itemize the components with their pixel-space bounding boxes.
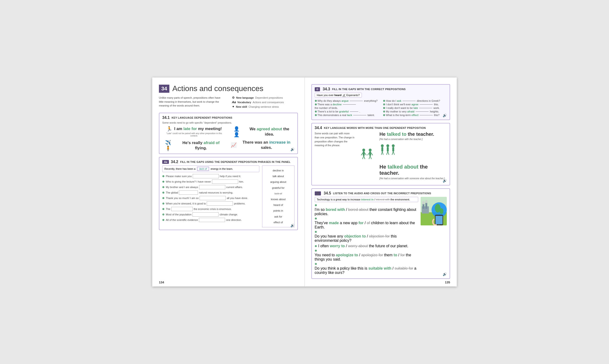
- svg-line-10: [369, 156, 370, 159]
- speaker-icon-341[interactable]: 🔊: [291, 147, 294, 151]
- svg-line-22: [392, 151, 393, 155]
- fill-sentence-2: ❷ Who is giving the lecture? I have neve…: [162, 180, 259, 184]
- gap-input-3[interactable]: [199, 185, 225, 189]
- audio-sentence-4: ❹ I often worry to / worry about the fut…: [315, 244, 418, 248]
- fill-left: Recently, there has been a lack of energ…: [162, 166, 259, 227]
- intro-row: Unlike many parts of speech, preposition…: [159, 96, 298, 109]
- speaker-icon-343[interactable]: 🔊: [443, 113, 447, 117]
- audio-header-sentence: Technology is a great way to increase in…: [315, 197, 418, 202]
- svg-point-33: [440, 208, 443, 214]
- svg-rect-1: [363, 151, 365, 156]
- speaker-icon-345[interactable]: 🔊: [443, 272, 447, 276]
- section-341: 34.1 KEY LANGUAGE DEPENDENT PREPOSITIONS…: [159, 113, 298, 154]
- audio-sentence-1: ❶ I'm so bored with / bored about their …: [315, 204, 418, 216]
- fill-sentence-4: ❹ The global natural resources is worryi…: [162, 190, 259, 195]
- svg-line-15: [382, 151, 383, 155]
- fill-sentence-7: ❼ The the economic crisis is enormous.: [162, 207, 259, 211]
- svg-line-23: [393, 151, 394, 155]
- fill-right-panel: decline in talk about arguing about grat…: [262, 166, 294, 227]
- svg-rect-27: [423, 204, 424, 209]
- speaker-icon-342[interactable]: 🔊: [291, 223, 294, 227]
- gap-input-7[interactable]: [171, 207, 193, 211]
- section-343: ⚙ 34.3 FILL IN THE GAPS WITH THE CORRECT…: [311, 84, 450, 120]
- section-345-header: 🎧 34.5 LISTEN TO THE AUDIO AND CROSS OUT…: [315, 191, 447, 195]
- aa-icon: Aa: [232, 100, 236, 104]
- gap-input-8[interactable]: [192, 212, 219, 217]
- svg-point-36: [438, 224, 439, 225]
- svg-rect-7: [369, 151, 371, 156]
- page-number-left: 134: [159, 281, 164, 284]
- example-3: ✈️🧍 He's really afraid of flying.: [162, 140, 226, 151]
- svg-rect-17: [387, 147, 389, 151]
- gap-input-9[interactable]: [199, 218, 225, 222]
- section-344: 34.4 KEY LANGUAGE WORDS WITH MORE THAN O…: [311, 123, 450, 185]
- svg-rect-21: [392, 147, 394, 151]
- svg-point-16: [386, 144, 389, 147]
- svg-rect-13: [381, 147, 383, 151]
- gap-input-5[interactable]: [199, 196, 226, 200]
- chapter-header: 34 Actions and consequences: [159, 84, 298, 93]
- section-342-header: Aa 34.2 FILL IN THE GAPS USING THE DEPEN…: [162, 160, 294, 164]
- svg-line-5: [364, 156, 365, 159]
- page-number-right: 135: [445, 281, 450, 284]
- chapter-number: 34: [159, 85, 169, 93]
- intro-labels: ⚙ New language Dependent prepositions Aa…: [232, 96, 298, 109]
- key-lang-344-content: Some words can pair with more than one p…: [315, 131, 447, 182]
- fill-sentence-1: ❶ Please make sure you help if you need …: [162, 174, 259, 178]
- section-344-header: 34.4 KEY LANGUAGE WORDS WITH MORE THAN O…: [315, 126, 447, 130]
- svg-point-20: [392, 144, 395, 147]
- example-2: 👤👤 We agreed about the idea.: [231, 126, 294, 137]
- label-vocabulary: Aa Vocabulary Actions and consequences: [232, 100, 298, 104]
- svg-line-3: [365, 153, 366, 155]
- svg-line-8: [368, 153, 369, 155]
- section-342: Aa 34.2 FILL IN THE GAPS USING THE DEPEN…: [159, 157, 298, 230]
- skill-icon: ✦: [232, 105, 235, 108]
- gap-input-6[interactable]: [207, 201, 233, 206]
- fill-sentence-5: ❺ Thank you so much! I am so all you hav…: [162, 196, 259, 200]
- fill-sentence-3: ❸ My brother and I are always current af…: [162, 185, 259, 189]
- gap-input-2[interactable]: [212, 180, 238, 184]
- person-figures-1: [360, 148, 374, 167]
- fill-gaps-content: Recently, there has been a lack of energ…: [162, 166, 294, 227]
- audio-sentence-2: ❷ They've made a new app for / of childr…: [315, 217, 418, 229]
- svg-point-30: [425, 200, 427, 203]
- svg-line-11: [370, 156, 371, 159]
- audio-sentence-5: ❺ You need to apologize to / apologize f…: [315, 249, 418, 261]
- gaps-grid-343: ❶ Why do they always argue everything? ❷…: [315, 99, 447, 117]
- svg-line-9: [371, 153, 373, 155]
- chapter-title: Actions and consequences: [172, 84, 263, 93]
- svg-rect-28: [425, 203, 427, 209]
- gear-icon: ⚙: [232, 96, 235, 99]
- svg-point-12: [381, 144, 384, 147]
- label-new-language: ⚙ New language Dependent prepositions: [232, 96, 298, 99]
- gap-input-1[interactable]: [193, 174, 219, 178]
- example-4: 📈 There was an increase in sales.: [231, 140, 294, 151]
- label-new-skill: ✦ New skill Changing sentence stress: [232, 105, 298, 108]
- intro-text: Unlike many parts of speech, preposition…: [159, 96, 225, 109]
- audio-sentence-3: ❸ Do you have any objection to / objecti…: [315, 231, 418, 243]
- svg-line-18: [386, 151, 388, 155]
- fill-sentence-9: ❾ All of the scientific evidence one dir…: [162, 218, 259, 222]
- section-343-header: ⚙ 34.3 FILL IN THE GAPS WITH THE CORRECT…: [315, 87, 447, 91]
- svg-point-6: [369, 149, 371, 151]
- svg-line-4: [363, 156, 364, 159]
- section-341-header: 34.1 KEY LANGUAGE DEPENDENT PREPOSITIONS: [162, 116, 294, 120]
- section-345: 🎧 34.5 LISTEN TO THE AUDIO AND CROSS OUT…: [311, 188, 450, 279]
- example-1: 🏃 I am late for my meeting! "Late" could…: [162, 126, 226, 137]
- fill-sentence-6: ❻ When you're stressed, it is good to pr…: [162, 201, 259, 206]
- svg-line-19: [388, 151, 389, 155]
- fill-sentence-8: ❽ Most of the population climate change.: [162, 212, 259, 217]
- gap-input-4[interactable]: [179, 190, 198, 195]
- svg-line-2: [361, 153, 363, 155]
- svg-rect-35: [436, 216, 442, 224]
- word-panel: decline in talk about arguing about grat…: [262, 166, 294, 227]
- speaker-icon-344[interactable]: 🔊: [443, 179, 447, 182]
- key-lang-examples: 🏃 I am late for my meeting! "Late" could…: [162, 126, 294, 151]
- svg-point-0: [362, 149, 365, 151]
- audio-sentence-6: ❻ Do you think a policy like this is sui…: [315, 263, 418, 275]
- svg-point-29: [422, 201, 425, 205]
- env-illustration: [421, 197, 447, 276]
- first-sentence-row: Recently, there has been a lack of energ…: [162, 166, 259, 172]
- person-figures-2: [379, 143, 396, 162]
